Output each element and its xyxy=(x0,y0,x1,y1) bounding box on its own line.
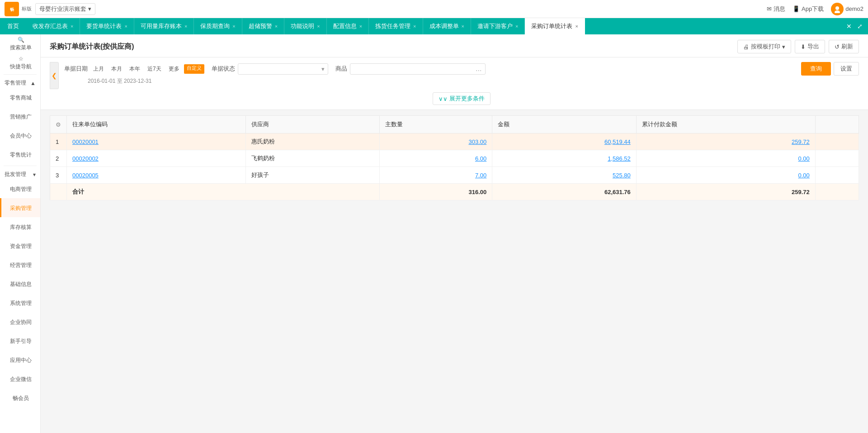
sidebar-group-retail[interactable]: 零售管理 ▲ xyxy=(0,76,40,88)
svg-text:畅: 畅 xyxy=(10,7,14,12)
tab-caigou-active[interactable]: 采购订单统计表 × xyxy=(525,18,585,34)
close-icon[interactable]: × xyxy=(184,24,187,29)
tab-peizhi[interactable]: 配置信息 × xyxy=(327,18,369,34)
query-button[interactable]: 查询 xyxy=(801,62,831,76)
shortcut-7days[interactable]: 近7天 xyxy=(145,64,164,74)
cell-paid[interactable]: 0.00 xyxy=(636,150,815,167)
tab-jianhuo[interactable]: 拣货任务管理 × xyxy=(369,18,423,34)
custom-tag: 自定义 xyxy=(184,64,204,74)
expand-button[interactable]: ∨∨ 展开更多条件 xyxy=(433,92,491,105)
sidebar-item-ecommerce[interactable]: 电商管理 xyxy=(0,179,40,198)
close-icon[interactable]: × xyxy=(232,24,235,29)
workspace-selector[interactable]: 母婴行业演示账套 ▾ xyxy=(35,3,95,15)
tab-baozhi[interactable]: 保质期查询 × xyxy=(194,18,242,34)
sidebar-item-wechat[interactable]: 企业微信 xyxy=(0,369,40,388)
sidebar-item-newbie[interactable]: 新手引导 xyxy=(0,331,40,350)
sidebar-item-quicknav[interactable]: ☆ 快捷导航 xyxy=(0,53,40,72)
sidebar-group-wholesale[interactable]: 批发管理 ▾ xyxy=(0,168,40,179)
logo-icon: 畅 xyxy=(5,2,19,16)
cell-code[interactable]: 00020005 xyxy=(67,167,246,184)
sidebar-item-marketing[interactable]: 营销推广 xyxy=(0,107,40,126)
settings-button[interactable]: 设置 xyxy=(834,62,859,76)
cell-code[interactable]: 00020001 xyxy=(67,133,246,150)
sidebar-item-inventory[interactable]: 库存核算 xyxy=(0,217,40,236)
filter-product-item: 商品 … xyxy=(335,63,486,75)
user-avatar[interactable]: demo2 xyxy=(831,3,863,15)
status-select-wrapper xyxy=(238,63,328,75)
svg-point-3 xyxy=(835,10,840,13)
tab-yaohuo[interactable]: 要货单统计表 × xyxy=(80,18,134,34)
cell-amount[interactable]: 1,586.52 xyxy=(492,150,637,167)
footer-paid: 259.72 xyxy=(636,184,815,200)
sidebar-item-collab[interactable]: 企业协同 xyxy=(0,312,40,331)
message-icon: ✉ xyxy=(767,5,772,12)
th-settings: ⚙ xyxy=(50,116,67,133)
close-icon[interactable]: × xyxy=(462,24,464,29)
shortcut-more[interactable]: 更多 xyxy=(166,64,182,74)
shortcut-last-month[interactable]: 上月 xyxy=(90,64,107,74)
sidebar-item-vip[interactable]: 畅会员 xyxy=(0,388,40,407)
tab-kyliang[interactable]: 可用量库存账本 × xyxy=(134,18,194,34)
sidebar-item-appstore[interactable]: 应用中心 xyxy=(0,350,40,369)
export-button[interactable]: ⬇ 导出 xyxy=(795,40,825,53)
cell-quantity[interactable]: 303.00 xyxy=(380,133,492,150)
shortcut-this-year[interactable]: 本年 xyxy=(127,64,143,74)
sidebar-item-retail-shop[interactable]: 零售商城 xyxy=(0,88,40,107)
close-icon[interactable]: × xyxy=(515,24,518,29)
nav-expand-button[interactable]: ⤢ xyxy=(855,21,864,32)
cell-amount[interactable]: 60,519.44 xyxy=(492,133,637,150)
cell-paid[interactable]: 259.72 xyxy=(636,133,815,150)
refresh-button[interactable]: ↺ 刷新 xyxy=(829,40,859,53)
message-button[interactable]: ✉ 消息 xyxy=(767,5,785,13)
cell-extra xyxy=(815,167,859,184)
table-area: ⚙ 往来单位编码 供应商 主数量 金额 累计付款金额 1 00020001 xyxy=(41,110,868,433)
export-icon: ⬇ xyxy=(801,43,806,50)
th-extra xyxy=(815,116,859,133)
status-label: 单据状态 xyxy=(212,65,235,73)
print-button[interactable]: 🖨 按模板打印 ▾ xyxy=(737,40,791,53)
shortcut-this-month[interactable]: 本月 xyxy=(108,64,125,74)
product-input[interactable] xyxy=(350,63,486,75)
top-bar-right: ✉ 消息 📱 App下载 demo2 xyxy=(767,3,863,15)
cell-paid[interactable]: 0.00 xyxy=(636,167,815,184)
tab-chengben[interactable]: 成本调整单 × xyxy=(423,18,471,34)
nav-close-button[interactable]: ✕ xyxy=(844,21,854,32)
sidebar-item-search[interactable]: 🔍 搜索菜单 xyxy=(0,34,40,53)
cell-code[interactable]: 00020002 xyxy=(67,150,246,167)
tab-shofazong[interactable]: 收发存汇总表 × xyxy=(26,18,80,34)
tab-chaochu[interactable]: 超储预警 × xyxy=(242,18,284,34)
collapse-button[interactable]: ❮ xyxy=(50,62,59,89)
cell-extra xyxy=(815,133,859,150)
close-icon[interactable]: × xyxy=(317,24,320,29)
sidebar-item-finance[interactable]: 资金管理 xyxy=(0,236,40,255)
close-icon[interactable]: × xyxy=(275,24,278,29)
app-download-button[interactable]: 📱 App下载 xyxy=(793,5,824,13)
status-select[interactable] xyxy=(238,63,328,75)
gear-icon[interactable]: ⚙ xyxy=(56,121,61,128)
nav-home[interactable]: 首页 xyxy=(0,22,26,30)
close-icon[interactable]: × xyxy=(124,24,127,29)
nav-tabs: 首页 收发存汇总表 × 要货单统计表 × 可用量库存账本 × 保质期查询 × 超… xyxy=(0,18,868,34)
chevron-down-icon: ▾ xyxy=(33,171,36,178)
close-icon[interactable]: × xyxy=(575,24,578,29)
cell-quantity[interactable]: 6.00 xyxy=(380,150,492,167)
tab-yaoqing[interactable]: 邀请下游客户 × xyxy=(471,18,525,34)
date-label: 单据日期 xyxy=(64,65,88,73)
close-icon[interactable]: × xyxy=(71,24,73,29)
sidebar-item-purchase[interactable]: 采购管理 xyxy=(0,198,40,217)
close-icon[interactable]: × xyxy=(413,24,416,29)
more-icon[interactable]: … xyxy=(476,65,482,72)
cell-amount[interactable]: 525.80 xyxy=(492,167,637,184)
close-icon[interactable]: × xyxy=(359,24,362,29)
sidebar-item-basic-info[interactable]: 基础信息 xyxy=(0,274,40,293)
cell-supplier: 惠氏奶粉 xyxy=(246,133,380,150)
sidebar-item-operations[interactable]: 经营管理 xyxy=(0,255,40,274)
nav-end-buttons: ✕ ⤢ xyxy=(844,21,868,32)
sidebar-item-member[interactable]: 会员中心 xyxy=(0,126,40,145)
tab-gongneng[interactable]: 功能说明 × xyxy=(284,18,326,34)
sidebar-item-system[interactable]: 系统管理 xyxy=(0,293,40,312)
filter-row-2: ∨∨ 展开更多条件 xyxy=(64,89,859,105)
cell-quantity[interactable]: 7.00 xyxy=(380,167,492,184)
sidebar-item-retail-stat[interactable]: 零售统计 xyxy=(0,145,40,164)
footer-label: 合计 xyxy=(67,184,380,200)
